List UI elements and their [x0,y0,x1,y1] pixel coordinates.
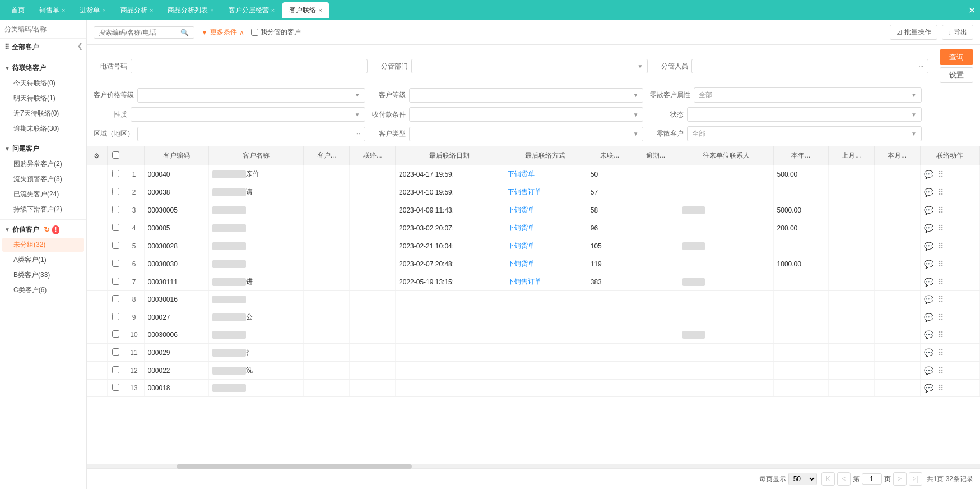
row-settings[interactable] [87,165,107,183]
action-more-icon[interactable]: ⠿ [938,313,944,322]
action-more-icon[interactable]: ⠿ [938,188,944,197]
sidebar-collapse-icon[interactable]: 《 [74,42,82,52]
action-message-icon[interactable]: 💬 [924,206,933,215]
action-message-icon[interactable]: 💬 [924,188,933,197]
action-more-icon[interactable]: ⠿ [938,295,944,304]
current-page-input[interactable] [862,473,882,485]
batch-op-btn[interactable]: ☑ 批量操作 [890,25,937,40]
row-checkbox-cell[interactable] [107,237,124,255]
row-checkbox[interactable] [112,366,119,373]
tab-product-analysis[interactable]: 商品分析 × [114,2,160,18]
row-settings[interactable] [87,201,107,219]
sidebar-item-tomorrow[interactable]: 明天待联络(1) [2,91,84,105]
row-checkbox[interactable] [112,295,119,302]
filter-price-level-select[interactable]: ▼ [137,88,365,103]
last-way-link[interactable]: 下销货单 [508,260,535,267]
action-message-icon[interactable]: 💬 [924,260,933,269]
sidebar-item-abnormal[interactable]: 囤购异常客户(2) [2,157,84,171]
filter-more-btn[interactable]: ▼ 更多条件 ∧ [201,27,244,37]
page-size-select[interactable]: 50 20 100 [788,473,817,485]
action-more-icon[interactable]: ⠿ [938,366,944,375]
action-message-icon[interactable]: 💬 [924,170,933,179]
action-more-icon[interactable]: ⠿ [938,330,944,339]
sidebar-search-input[interactable] [4,25,87,33]
action-message-icon[interactable]: 💬 [924,278,933,287]
first-page-btn[interactable]: K [821,472,835,486]
action-more-icon[interactable]: ⠿ [938,206,944,215]
filter-customer-type-select[interactable]: ▼ [409,127,644,141]
tab-purchase[interactable]: 进货单 × [73,2,112,18]
prev-page-btn[interactable]: < [837,472,851,486]
filter-search-input[interactable] [99,29,177,36]
sidebar-item-class-c[interactable]: C类客户(6) [2,283,84,297]
row-checkbox[interactable] [112,278,119,285]
last-page-btn[interactable]: >| [909,472,922,486]
row-settings[interactable] [87,326,107,344]
action-message-icon[interactable]: 💬 [924,384,933,393]
row-settings[interactable] [87,362,107,380]
row-checkbox-cell[interactable] [107,273,124,291]
last-way-link[interactable]: 下销售订单 [508,278,541,285]
action-message-icon[interactable]: 💬 [924,348,933,357]
filter-status-select[interactable]: ▼ [687,107,922,122]
tab-customer-segment[interactable]: 客户分层经营 × [222,2,281,18]
my-customers-filter[interactable]: 我分管的客户 [251,27,301,37]
sidebar-item-7days[interactable]: 近7天待联络(0) [2,107,84,121]
action-message-icon[interactable]: 💬 [924,330,933,339]
filter-scatter-select[interactable]: 全部 ▼ [687,126,922,141]
tab-customer-contact[interactable]: 客户联络 × [282,2,328,18]
close-product-analysis-list-tab[interactable]: × [210,7,213,13]
last-way-link[interactable]: 下销售订单 [508,188,541,196]
action-more-icon[interactable]: ⠿ [938,384,944,393]
row-settings[interactable] [87,344,107,362]
sidebar-group-problem[interactable]: ▼ 问题客户 [0,141,86,156]
row-checkbox-cell[interactable] [107,326,124,344]
sidebar-item-declining[interactable]: 持续下滑客户(2) [2,202,84,216]
close-customer-segment-tab[interactable]: × [271,7,275,13]
action-more-icon[interactable]: ⠿ [938,278,944,287]
sidebar-item-class-b[interactable]: B类客户(33) [2,268,84,282]
action-message-icon[interactable]: 💬 [924,295,933,304]
filter-region-select[interactable]: ··· [137,127,365,141]
row-settings[interactable] [87,183,107,201]
last-way-link[interactable]: 下销货单 [508,170,535,178]
row-settings[interactable] [87,291,107,308]
next-page-btn[interactable]: > [893,472,907,486]
row-checkbox-cell[interactable] [107,201,124,219]
row-checkbox-cell[interactable] [107,183,124,201]
close-sales-tab[interactable]: × [62,7,65,13]
sidebar-item-today[interactable]: 今天待联络(0) [2,76,84,90]
filter-customer-level-select[interactable]: ▼ [409,88,644,103]
row-checkbox-cell[interactable] [107,165,124,183]
filter-scatter-attr-select[interactable]: 全部 ▼ [694,87,922,103]
close-customer-contact-tab[interactable]: × [318,7,322,13]
last-way-link[interactable]: 下销货单 [508,206,535,214]
row-settings[interactable] [87,255,107,273]
last-way-link[interactable]: 下销货单 [508,242,535,250]
row-settings[interactable] [87,273,107,291]
sidebar-group-pending[interactable]: ▼ 待联络客户 [0,61,86,76]
action-message-icon[interactable]: 💬 [924,366,933,375]
my-customers-checkbox[interactable] [251,29,258,36]
row-checkbox[interactable] [112,242,119,249]
col-checkbox[interactable] [107,146,124,165]
row-checkbox-cell[interactable] [107,255,124,273]
sidebar-item-churned[interactable]: 已流失客户(24) [2,187,84,201]
row-checkbox-cell[interactable] [107,308,124,326]
row-checkbox-cell[interactable] [107,362,124,380]
tab-sales[interactable]: 销售单 × [32,2,72,18]
sidebar-item-class-a[interactable]: A类客户(1) [2,253,84,267]
row-checkbox-cell[interactable] [107,291,124,308]
row-checkbox[interactable] [112,260,119,267]
row-checkbox[interactable] [112,348,119,356]
row-checkbox-cell[interactable] [107,344,124,362]
action-message-icon[interactable]: 💬 [924,224,933,233]
row-settings[interactable] [87,219,107,237]
filter-dept-select[interactable]: ▼ [411,59,648,73]
last-way-link[interactable]: 下销货单 [508,224,535,232]
row-checkbox[interactable] [112,206,119,213]
action-more-icon[interactable]: ⠿ [938,348,944,357]
row-settings[interactable] [87,380,107,397]
sidebar-all-customers[interactable]: ⠿ 全部客户 《 [0,39,86,56]
row-settings[interactable] [87,237,107,255]
